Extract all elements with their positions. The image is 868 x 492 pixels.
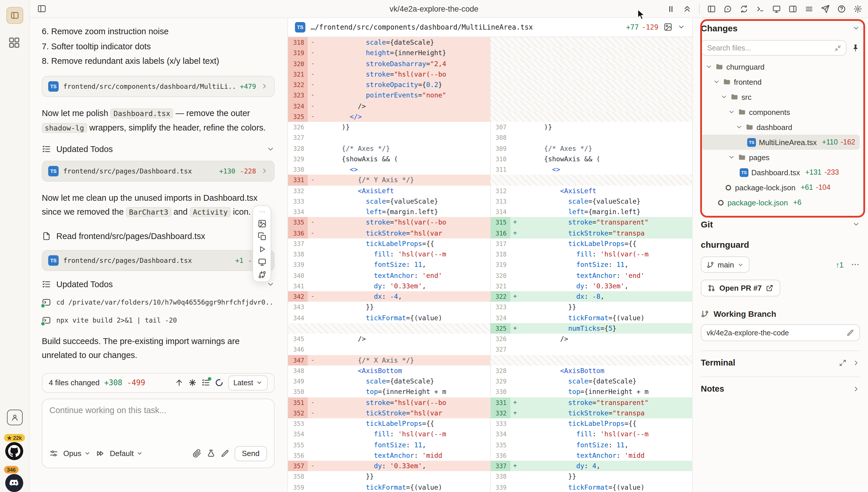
file-change-card[interactable]: TS frontend/src/pages/Dashboard.tsx +130… bbox=[42, 161, 275, 181]
notes-section-header[interactable]: Notes bbox=[701, 376, 860, 393]
tree-item-frontend[interactable]: frontend bbox=[701, 74, 860, 89]
code-line: textAnchor: 'midd bbox=[318, 450, 490, 461]
code-line: fontSize: 11, bbox=[520, 440, 692, 450]
diff-line: 328 {/* Axes */} bbox=[288, 143, 490, 154]
composer-placeholder[interactable]: Continue working on this task... bbox=[49, 405, 267, 415]
send-button[interactable]: Send bbox=[234, 446, 267, 461]
panel-left-icon[interactable] bbox=[707, 4, 716, 13]
diff-row: 329 {showAxis && (310 {showAxis && ( bbox=[288, 154, 692, 165]
drag-handle-dots-icon[interactable] bbox=[258, 208, 266, 215]
arrow-up-icon[interactable] bbox=[175, 378, 184, 387]
diff-row: 338 fill: 'hsl(var(--m318 fill: 'hsl(var… bbox=[288, 249, 692, 260]
diff-line: 350 top={innerHeight + m bbox=[288, 387, 490, 397]
diff-sign bbox=[308, 344, 318, 355]
terminal-command-row[interactable]: npx vite build 2>&1 | tail -20 bbox=[42, 315, 275, 325]
search-files-input[interactable] bbox=[706, 43, 831, 52]
tree-item-multilinearea-tsx[interactable]: TSMultiLineArea.tsx+110-162 bbox=[701, 134, 860, 150]
chevron-down-icon[interactable] bbox=[678, 23, 685, 31]
diff-sign bbox=[308, 376, 318, 387]
settings-gear-icon[interactable] bbox=[853, 4, 862, 13]
working-branch-field[interactable]: vk/4e2a-explore-the-code bbox=[701, 324, 860, 341]
play-icon[interactable] bbox=[258, 245, 266, 253]
tree-item-package-lock-json[interactable]: package-lock.json+6 bbox=[701, 195, 860, 210]
menu-icon[interactable] bbox=[805, 4, 814, 13]
sync-icon[interactable] bbox=[740, 4, 748, 13]
inline-code: Activity bbox=[190, 207, 231, 217]
panel-right-icon[interactable] bbox=[789, 4, 797, 13]
mode-dropdown[interactable]: Default bbox=[110, 449, 143, 458]
line-number: 345 bbox=[288, 334, 308, 344]
grid-workspaces-icon[interactable] bbox=[8, 36, 20, 49]
pin-icon[interactable] bbox=[851, 44, 860, 52]
branch-selector[interactable]: main bbox=[701, 256, 750, 273]
terminal-command-row[interactable]: cd /private/var/folders/10/h7w0q46556ggr… bbox=[42, 297, 275, 306]
github-button[interactable] bbox=[5, 442, 23, 460]
more-options-icon[interactable] bbox=[850, 260, 860, 269]
profile-button[interactable] bbox=[7, 410, 23, 425]
model-dropdown[interactable]: Opus bbox=[63, 449, 91, 458]
diff-sign: - bbox=[308, 69, 318, 80]
code-line: <AxisBottom bbox=[520, 366, 692, 376]
monitor-icon[interactable] bbox=[258, 257, 266, 266]
diff-row: 318- scale={dateScale} bbox=[288, 37, 692, 48]
folder-icon bbox=[738, 153, 746, 161]
edit-pencil-icon[interactable] bbox=[846, 329, 854, 337]
diff-line: 326 )} bbox=[288, 122, 490, 132]
line-number: 309 bbox=[490, 143, 510, 154]
loading-spinner-icon bbox=[215, 378, 224, 387]
tune-sliders-icon[interactable] bbox=[49, 449, 58, 458]
read-file-row[interactable]: Read frontend/src/pages/Dashboard.tsx bbox=[42, 231, 275, 241]
tree-item-package-lock-json[interactable]: package-lock.json+61-104 bbox=[701, 180, 860, 195]
file-change-card[interactable]: TS frontend/src/pages/Dashboard.tsx +1 -… bbox=[42, 250, 275, 271]
tree-item-dashboard[interactable]: dashboard bbox=[701, 120, 860, 134]
workspace-app-button[interactable] bbox=[6, 7, 23, 24]
line-number: 334 bbox=[490, 429, 510, 440]
terminal-section-header[interactable]: Terminal bbox=[701, 350, 860, 367]
git-section-header[interactable]: Git bbox=[701, 219, 860, 229]
flask-icon[interactable] bbox=[206, 449, 215, 458]
search-files-box[interactable] bbox=[701, 40, 846, 56]
help-icon[interactable] bbox=[837, 4, 846, 13]
code-line: dy: '0.33em', bbox=[318, 281, 490, 292]
collapse-diagonal-icon[interactable] bbox=[834, 44, 841, 51]
copy-icon[interactable] bbox=[258, 232, 266, 241]
attachment-paperclip-icon[interactable] bbox=[192, 449, 201, 458]
chat-bubble-icon[interactable] bbox=[723, 4, 732, 13]
diff-sign bbox=[308, 302, 318, 313]
share-icon[interactable] bbox=[821, 4, 830, 13]
git-compare-icon[interactable] bbox=[258, 270, 266, 279]
updated-todos-row[interactable]: Updated Todos bbox=[42, 144, 275, 153]
line-number: 318 bbox=[288, 37, 308, 48]
line-number: 320 bbox=[288, 58, 308, 69]
fast-forward-icon[interactable] bbox=[96, 449, 104, 458]
latest-dropdown[interactable]: Latest bbox=[228, 375, 268, 390]
screenshot-image-icon[interactable] bbox=[258, 219, 266, 228]
image-diff-icon[interactable] bbox=[664, 23, 672, 31]
asterisk-icon[interactable] bbox=[188, 378, 197, 387]
updated-todos-row[interactable]: Updated Todos bbox=[42, 279, 275, 289]
diff-row: 347- {/* X Axis */} bbox=[288, 355, 692, 366]
file-change-card[interactable]: TS frontend/src/components/dashboard/Mul… bbox=[42, 76, 275, 97]
tree-item-churnguard[interactable]: churnguard bbox=[701, 59, 860, 74]
open-pr-button[interactable]: Open PR #7 bbox=[701, 280, 780, 296]
line-number: 335 bbox=[288, 217, 308, 228]
collapse-all-icon[interactable] bbox=[683, 4, 691, 13]
changes-section-header[interactable]: Changes bbox=[701, 23, 860, 33]
diff-sign bbox=[510, 344, 520, 355]
monitor-icon[interactable] bbox=[772, 4, 781, 13]
pen-icon[interactable] bbox=[220, 449, 229, 458]
message-composer[interactable]: Continue working on this task... Opus De… bbox=[42, 398, 275, 468]
expand-icon[interactable] bbox=[839, 359, 846, 366]
terminal-icon[interactable] bbox=[756, 4, 765, 13]
tree-item-src[interactable]: src bbox=[701, 89, 860, 104]
tree-item-components[interactable]: components bbox=[701, 104, 860, 120]
tree-item-pages[interactable]: pages bbox=[701, 150, 860, 165]
diff-line: 339 tickFormat={(value) bbox=[490, 482, 692, 492]
discord-button[interactable] bbox=[5, 474, 23, 492]
diff-line: 335- stroke="hsl(var(--bo bbox=[288, 217, 490, 228]
code-line: {/* Axes */} bbox=[318, 143, 490, 154]
diff-row: 333 scale={valueScale}313 scale={valueSc… bbox=[288, 196, 692, 207]
diff-line: 325- </> bbox=[288, 112, 490, 122]
tree-item-dashboard-tsx[interactable]: TSDashboard.tsx+131-233 bbox=[701, 165, 860, 180]
pause-icon[interactable] bbox=[666, 4, 675, 13]
